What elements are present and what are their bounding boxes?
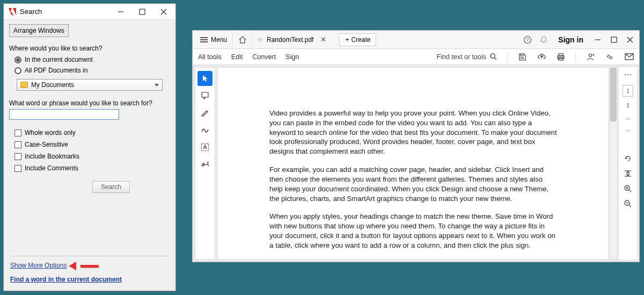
radio-current-document[interactable]: In the current document [14, 54, 170, 65]
page-down-icon[interactable]: ﹀ [625, 127, 631, 135]
checkbox-icon [14, 141, 21, 148]
where-search-label: Where would you like to search? [9, 45, 170, 52]
content-area: Video provides a powerful way to help yo… [193, 65, 639, 262]
zoom-out-icon[interactable] [623, 199, 633, 208]
maximize-button[interactable] [131, 4, 153, 19]
fit-width-icon[interactable] [623, 169, 633, 178]
maximize-button[interactable] [606, 32, 622, 48]
find-text-label: Find text or tools [437, 53, 486, 61]
home-icon [238, 35, 247, 44]
checkbox-icon [14, 153, 21, 160]
check-bookmarks-label: Include Bookmarks [25, 153, 79, 160]
star-icon[interactable]: ☆ [257, 35, 263, 44]
tab-title: RandomText.pdf [267, 36, 313, 44]
left-toolbar [195, 67, 215, 260]
plus-icon: + [345, 36, 349, 44]
svg-rect-1 [140, 9, 145, 15]
scrollbar[interactable] [609, 67, 618, 260]
rotate-icon[interactable] [623, 154, 633, 163]
close-button[interactable] [153, 4, 174, 19]
comment-tool[interactable] [197, 88, 213, 103]
mail-icon[interactable] [624, 52, 634, 62]
edit-tab[interactable]: Edit [231, 53, 243, 61]
checkbox-icon [14, 165, 21, 172]
print-icon[interactable] [556, 52, 566, 62]
draw-tool[interactable] [197, 123, 213, 138]
svg-line-26 [629, 190, 631, 192]
search-input[interactable] [9, 109, 119, 120]
highlight-tool[interactable] [197, 105, 213, 120]
checkbox-include-bookmarks[interactable]: Include Bookmarks [9, 151, 170, 162]
zoom-in-icon[interactable] [623, 184, 633, 193]
search-icon [489, 53, 497, 61]
signature-tool[interactable] [197, 157, 213, 172]
svg-point-10 [491, 54, 495, 58]
checkbox-include-comments[interactable]: Include Comments [9, 163, 170, 174]
menu-label: Menu [211, 36, 227, 44]
minimize-button[interactable] [590, 32, 606, 48]
checkbox-whole-words[interactable]: Whole words only [9, 127, 170, 138]
close-button[interactable] [622, 32, 638, 48]
search-button[interactable]: Search [92, 181, 130, 193]
chevron-down-icon [155, 84, 159, 87]
save-icon[interactable] [517, 52, 527, 62]
create-label: Create [351, 36, 370, 44]
share-user-icon[interactable] [586, 52, 595, 62]
cloud-upload-icon[interactable] [537, 52, 546, 62]
search-window: Search Arrange Windows Where would you l… [3, 3, 176, 291]
home-button[interactable] [233, 32, 252, 47]
page-input[interactable]: 1 [623, 85, 633, 97]
convert-tab[interactable]: Convert [252, 53, 276, 61]
minimize-button[interactable] [110, 4, 131, 19]
select-tool[interactable] [197, 71, 213, 86]
check-comments-label: Include Comments [25, 164, 78, 172]
page-total: 1 [626, 102, 630, 109]
annotation-arrow [69, 262, 99, 270]
search-footer: Show More Options Find a word in the cur… [4, 251, 175, 291]
acrobat-window: Menu ☆ RandomText.pdf ✕ + Create ? Sign … [192, 30, 640, 262]
svg-line-11 [494, 57, 496, 60]
sign-tab[interactable]: Sign [286, 53, 299, 61]
folder-select[interactable]: My Documents [17, 79, 163, 91]
document-tab[interactable]: ☆ RandomText.pdf ✕ [252, 31, 331, 49]
folder-selected-label: My Documents [31, 81, 155, 89]
search-window-title: Search [20, 8, 110, 16]
more-options-icon[interactable]: ⋯ [624, 69, 633, 80]
search-titlebar: Search [4, 4, 175, 20]
radio-allpdf-label: All PDF Documents in [25, 67, 87, 74]
scrollbar-thumb[interactable] [610, 68, 617, 121]
radio-all-pdf[interactable]: All PDF Documents in [14, 65, 170, 76]
document-view[interactable]: Video provides a powerful way to help yo… [217, 67, 609, 260]
checkbox-case-sensitive[interactable]: Case-Sensitive [9, 139, 170, 150]
find-text-button[interactable]: Find text or tools [437, 53, 497, 61]
svg-line-30 [629, 205, 631, 207]
right-panel: ⋯ 1 1 ︿ ﹀ [619, 67, 637, 260]
all-tools-tab[interactable]: All tools [198, 53, 222, 61]
svg-rect-19 [202, 92, 208, 97]
signin-button[interactable]: Sign in [552, 35, 590, 44]
search-body: Arrange Windows Where would you like to … [4, 20, 175, 193]
svg-rect-7 [611, 37, 617, 42]
show-more-options-link[interactable]: Show More Options [10, 262, 67, 269]
document-paragraph: For example, you can add a matching cove… [269, 165, 557, 203]
text-tool[interactable] [197, 140, 213, 155]
hamburger-icon [200, 37, 208, 42]
arrange-windows-button[interactable]: Arrange Windows [9, 24, 69, 37]
folder-icon [20, 82, 28, 88]
radio-icon [14, 56, 21, 63]
create-button[interactable]: + Create [339, 33, 376, 46]
main-titlebar: Menu ☆ RandomText.pdf ✕ + Create ? Sign … [193, 31, 639, 49]
tab-close-icon[interactable]: ✕ [320, 35, 326, 44]
find-in-document-link[interactable]: Find a word in the current document [10, 276, 169, 283]
page-up-icon[interactable]: ︿ [625, 114, 631, 122]
what-search-label: What word or phrase would you like to se… [9, 99, 170, 107]
document-paragraph: Video provides a powerful way to help yo… [269, 109, 557, 156]
radio-icon [14, 67, 21, 74]
svg-text:?: ? [526, 37, 529, 42]
link-icon[interactable] [605, 52, 614, 62]
help-icon[interactable]: ? [519, 32, 536, 48]
checkbox-icon [14, 129, 21, 136]
second-toolbar: All tools Edit Convert Sign Find text or… [193, 49, 639, 65]
bell-icon[interactable] [536, 32, 552, 48]
menu-button[interactable]: Menu [195, 32, 233, 47]
